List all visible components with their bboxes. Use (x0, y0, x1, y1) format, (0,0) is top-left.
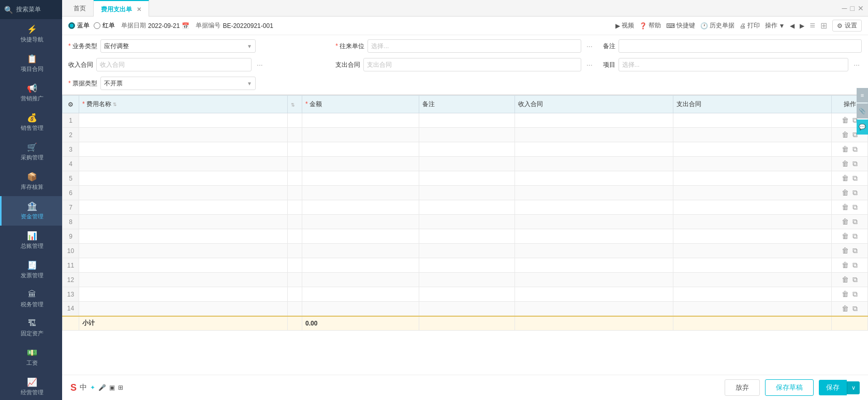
cell-expense-name[interactable] (79, 157, 288, 171)
expense-contract-input[interactable]: 支出合同 (363, 58, 581, 71)
income-contract-input[interactable]: 收入合同 (96, 58, 252, 71)
cell-expense-contract[interactable] (673, 302, 832, 316)
cell-remark[interactable] (419, 244, 515, 258)
cell-remark[interactable] (419, 258, 515, 273)
help-action[interactable]: ❓ 帮助 (639, 21, 661, 30)
cell-amount[interactable] (302, 128, 419, 142)
cell-income-contract[interactable] (515, 258, 673, 273)
cell-expense-contract[interactable] (673, 244, 832, 258)
cell-expense-name[interactable] (79, 113, 288, 128)
cell-expense-contract[interactable] (673, 215, 832, 229)
cell-remark[interactable] (419, 128, 515, 142)
cell-expense-name[interactable] (79, 229, 288, 244)
row-copy-button[interactable]: ⧉ (851, 173, 859, 184)
abandon-button[interactable]: 放弃 (725, 379, 760, 396)
cell-expense-contract[interactable] (673, 171, 832, 186)
sidebar-item-invoice[interactable]: 🧾 发票管理 (0, 255, 62, 285)
cell-income-contract[interactable] (515, 215, 673, 229)
cell-expense-name[interactable] (79, 200, 288, 215)
cell-amount[interactable] (302, 157, 419, 171)
cell-remark[interactable] (419, 302, 515, 316)
nav-prev-button[interactable]: ◀ (790, 22, 795, 29)
project-input[interactable]: 选择... (619, 58, 849, 71)
cell-expense-name[interactable] (79, 186, 288, 200)
remark-input[interactable] (619, 39, 862, 53)
cell-amount[interactable] (302, 287, 419, 302)
cell-remark[interactable] (419, 142, 515, 157)
settings-button[interactable]: ⚙ 设置 (832, 20, 862, 32)
cell-income-contract[interactable] (515, 287, 673, 302)
partner-more-icon[interactable]: ··· (584, 42, 595, 50)
cell-remark[interactable] (419, 171, 515, 186)
tab-home[interactable]: 首页 (66, 0, 94, 17)
right-panel-chat-icon[interactable]: 💬 (857, 120, 868, 135)
row-copy-button[interactable]: ⧉ (851, 158, 859, 169)
right-panel-icon1[interactable]: ≡ (857, 88, 868, 102)
cell-expense-contract[interactable] (673, 287, 832, 302)
row-delete-button[interactable]: 🗑 (841, 260, 850, 270)
row-copy-button[interactable]: ⧉ (851, 289, 859, 300)
row-delete-button[interactable]: 🗑 (841, 173, 850, 183)
save-dropdown-button[interactable]: ∨ (847, 381, 860, 394)
radio-red-bill[interactable]: 红单 (94, 21, 115, 30)
cell-income-contract[interactable] (515, 244, 673, 258)
cell-income-contract[interactable] (515, 229, 673, 244)
row-copy-button[interactable]: ⧉ (851, 231, 859, 242)
window-minimize-icon[interactable]: ─ (842, 4, 847, 12)
cell-expense-name[interactable] (79, 171, 288, 186)
cell-amount[interactable] (302, 258, 419, 273)
row-delete-button[interactable]: 🗑 (841, 202, 850, 212)
shortcut-action[interactable]: ⌨ 快捷键 (666, 21, 695, 30)
save-draft-button[interactable]: 保存草稿 (765, 379, 814, 396)
cell-remark[interactable] (419, 287, 515, 302)
sidebar-item-salary[interactable]: 💵 工资 (0, 343, 62, 372)
row-delete-button[interactable]: 🗑 (841, 187, 850, 198)
cell-expense-contract[interactable] (673, 229, 832, 244)
row-delete-button[interactable]: 🗑 (841, 115, 850, 125)
cell-expense-contract[interactable] (673, 142, 832, 157)
history-action[interactable]: 🕐 历史单据 (700, 21, 734, 30)
cell-expense-name[interactable] (79, 142, 288, 157)
row-delete-button[interactable]: 🗑 (841, 216, 850, 227)
sidebar-item-quick-nav[interactable]: ⚡ 快捷导航 (0, 19, 62, 49)
cell-expense-name[interactable] (79, 215, 288, 229)
cell-remark[interactable] (419, 229, 515, 244)
row-copy-button[interactable]: ⧉ (851, 144, 859, 155)
print-action[interactable]: 🖨 打印 (740, 21, 760, 30)
cell-expense-contract[interactable] (673, 113, 832, 128)
sidebar-item-accounting[interactable]: 📊 总账管理 (0, 226, 62, 255)
cell-amount[interactable] (302, 229, 419, 244)
th-sort[interactable]: ⇅ (287, 96, 302, 113)
sort-icon[interactable]: ⇅ (113, 102, 117, 107)
sidebar-item-marketing[interactable]: 📢 营销推广 (0, 78, 62, 108)
cell-amount[interactable] (302, 200, 419, 215)
cell-amount[interactable] (302, 171, 419, 186)
cell-remark[interactable] (419, 113, 515, 128)
row-copy-button[interactable]: ⧉ (851, 274, 859, 285)
row-copy-button[interactable]: ⧉ (851, 260, 859, 271)
row-delete-button[interactable]: 🗑 (841, 231, 850, 241)
nav-next-button[interactable]: ▶ (800, 22, 804, 29)
biz-type-select[interactable]: 应付调整 ▼ (100, 39, 256, 53)
view-list-icon[interactable]: ≡ (810, 20, 815, 31)
cell-remark[interactable] (419, 186, 515, 200)
cell-amount[interactable] (302, 186, 419, 200)
row-copy-button[interactable]: ⧉ (851, 216, 859, 227)
calendar-icon[interactable]: 📅 (182, 22, 189, 29)
cell-amount[interactable] (302, 215, 419, 229)
cell-income-contract[interactable] (515, 273, 673, 287)
cell-expense-contract[interactable] (673, 273, 832, 287)
row-delete-button[interactable]: 🗑 (841, 303, 850, 314)
cell-amount[interactable] (302, 302, 419, 316)
window-close-icon[interactable]: ✕ (858, 4, 864, 12)
row-delete-button[interactable]: 🗑 (841, 158, 850, 169)
view-grid-icon[interactable]: ⊞ (820, 21, 827, 31)
cell-expense-name[interactable] (79, 244, 288, 258)
window-maximize-icon[interactable]: □ (850, 4, 855, 12)
cell-amount[interactable] (302, 142, 419, 157)
cell-income-contract[interactable] (515, 302, 673, 316)
income-contract-more-icon[interactable]: ··· (255, 61, 265, 69)
sidebar-item-capital[interactable]: 🏦 资金管理 (0, 196, 62, 226)
sidebar-item-sales[interactable]: 💰 销售管理 (0, 108, 62, 137)
cell-expense-name[interactable] (79, 258, 288, 273)
